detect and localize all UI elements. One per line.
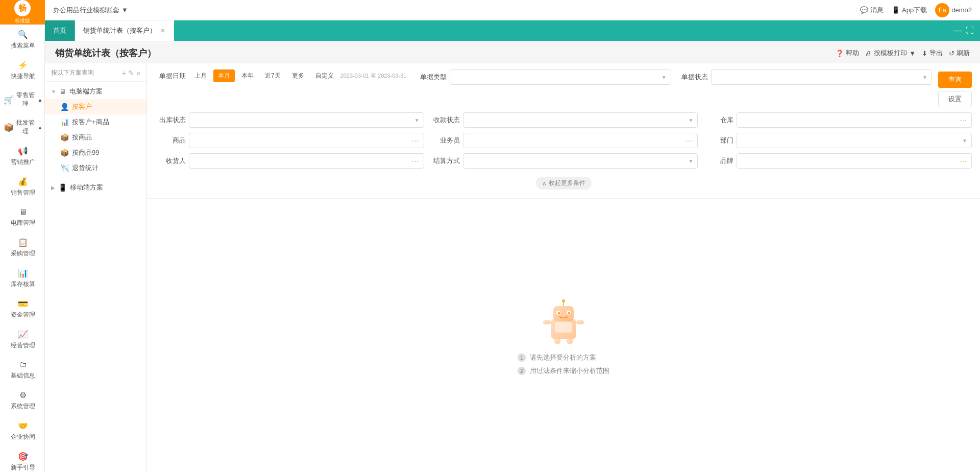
user-profile[interactable]: Ea demo2 bbox=[935, 3, 972, 17]
out-status-dropdown-arrow: ▼ bbox=[414, 117, 420, 123]
sidebar-item-finance[interactable]: 💳 资金管理 bbox=[0, 294, 45, 324]
sidebar-item-search[interactable]: 🔍 搜索菜单 bbox=[0, 25, 45, 55]
sidebar-item-retail[interactable]: 🛒 零售管理 ▲ bbox=[0, 86, 45, 113]
sidebar-item-enterprise[interactable]: 🤝 企业协同 bbox=[0, 416, 45, 446]
salesman-label: 业务员 bbox=[429, 136, 460, 145]
receiver-cell: 收货人 ··· bbox=[155, 153, 424, 169]
customer-goods-icon: 📊 bbox=[60, 118, 69, 126]
message-btn[interactable]: 💬 消息 bbox=[860, 6, 884, 15]
pc-group-label: 电脑端方案 bbox=[69, 87, 103, 96]
svg-rect-10 bbox=[554, 338, 560, 344]
sidebar-item-sales[interactable]: 💰 销售管理 bbox=[0, 172, 45, 202]
collapse-button[interactable]: ∧ 收起更多条件 bbox=[536, 177, 592, 190]
collapse-panel-icon[interactable]: « bbox=[136, 69, 140, 77]
user-name: demo2 bbox=[951, 6, 972, 14]
order-type-select[interactable]: ▼ bbox=[450, 69, 671, 85]
message-label: 消息 bbox=[870, 6, 884, 15]
tab-home[interactable]: 首页 bbox=[45, 20, 75, 41]
scheme-by-customer[interactable]: 👤 按客户 bbox=[45, 99, 146, 114]
tab-minimize-icon[interactable]: — bbox=[953, 26, 962, 35]
scheme-returns-label: 退货统计 bbox=[72, 163, 99, 173]
tab-sales-stats[interactable]: 销货单统计表（按客户） ✕ bbox=[75, 20, 174, 41]
scheme-by-customer-goods[interactable]: 📊 按客户+商品 bbox=[45, 114, 146, 130]
goods-label: 商品 bbox=[155, 136, 186, 145]
receiver-label: 收货人 bbox=[155, 156, 186, 166]
left-panel-title: 按以下方案查询 bbox=[51, 68, 94, 77]
avatar: Ea bbox=[935, 3, 949, 17]
collect-status-select[interactable]: ▼ bbox=[463, 112, 698, 128]
sidebar-item-quick[interactable]: ⚡ 快捷导航 bbox=[0, 55, 45, 86]
sidebar-item-system[interactable]: ⚙ 系统管理 bbox=[0, 385, 45, 416]
scheme-group-mobile-header[interactable]: ▶ 📱 移动端方案 bbox=[45, 180, 146, 195]
settlement-select[interactable]: ▼ bbox=[463, 153, 698, 169]
sidebar-logo: 畅 标准版 bbox=[0, 0, 45, 25]
customer-icon: 👤 bbox=[60, 103, 69, 111]
date-more-btn[interactable]: 更多 bbox=[287, 69, 309, 82]
sidebar-item-wholesale[interactable]: 📦 批发管理 ▲ bbox=[0, 113, 45, 141]
app-download-btn[interactable]: 📱 App下载 bbox=[892, 6, 927, 15]
sidebar-item-inventory[interactable]: 📊 库存核算 bbox=[0, 263, 45, 294]
sidebar-item-marketing[interactable]: 📢 营销推广 bbox=[0, 141, 45, 172]
salesman-select[interactable]: ··· bbox=[463, 133, 698, 148]
header-left: 办公用品行业模拟账套 ▼ bbox=[53, 6, 128, 15]
receiver-select[interactable]: ··· bbox=[189, 153, 424, 169]
settings-button[interactable]: 设置 bbox=[938, 91, 972, 107]
department-cell: 部门 ▼ bbox=[703, 133, 972, 148]
message-icon: 💬 bbox=[860, 6, 868, 14]
export-btn[interactable]: ⬇ 导出 bbox=[922, 49, 943, 58]
brand-label: 品牌 bbox=[703, 156, 733, 166]
refresh-btn[interactable]: ↺ 刷新 bbox=[949, 49, 970, 58]
right-content: 单据日期 上月 本月 本年 近7天 更多 自定义 2023-03-01 至 20… bbox=[147, 63, 980, 472]
scheme-group-mobile: ▶ 📱 移动端方案 bbox=[45, 178, 146, 197]
warehouse-select[interactable]: ··· bbox=[737, 112, 972, 128]
warehouse-label: 仓库 bbox=[703, 115, 733, 125]
page-header: 销货单统计表（按客户） ❓ 帮助 🖨 按模板打印 ▼ ⬇ 导出 ↺ 刷新 bbox=[45, 41, 980, 63]
out-status-select[interactable]: ▼ bbox=[189, 112, 424, 128]
sidebar-item-purchase[interactable]: 📋 采购管理 bbox=[0, 232, 45, 263]
query-button[interactable]: 查询 bbox=[938, 72, 972, 88]
department-select[interactable]: ▼ bbox=[737, 133, 972, 148]
empty-tips: 1 请先选择要分析的方案 2 用过滤条件来缩小分析范围 bbox=[518, 353, 609, 375]
goods-cell: 商品 ··· bbox=[155, 133, 424, 148]
sidebar-inventory-label: 库存核算 bbox=[11, 280, 35, 289]
sidebar-item-biz[interactable]: 📈 经营管理 bbox=[0, 324, 45, 355]
dropdown-arrow-icon: ▼ bbox=[121, 6, 128, 14]
scheme-returns[interactable]: 📉 退货统计 bbox=[45, 160, 146, 176]
scheme-by-goods[interactable]: 📦 按商品 bbox=[45, 130, 146, 145]
date-this-month-btn[interactable]: 本月 bbox=[213, 69, 235, 82]
sidebar-item-newbie[interactable]: 🎯 新手引导 bbox=[0, 446, 45, 472]
add-scheme-icon[interactable]: + bbox=[122, 69, 126, 77]
date-last-month-btn[interactable]: 上月 bbox=[190, 69, 211, 82]
sidebar-item-ecom[interactable]: 🖥 电商管理 bbox=[0, 202, 45, 232]
date-last7-btn[interactable]: 近7天 bbox=[260, 69, 285, 82]
goods-select[interactable]: ··· bbox=[189, 133, 424, 148]
refresh-label: 刷新 bbox=[957, 49, 970, 58]
date-custom-btn[interactable]: 自定义 bbox=[311, 69, 338, 82]
tab-maximize-icon[interactable]: ⛶ bbox=[966, 26, 974, 35]
svg-rect-1 bbox=[553, 306, 574, 321]
sidebar-enterprise-label: 企业协同 bbox=[11, 433, 35, 441]
sidebar-basic-label: 基础信息 bbox=[11, 371, 35, 380]
header-right: 💬 消息 📱 App下载 Ea demo2 bbox=[860, 3, 972, 17]
template-print-btn[interactable]: 🖨 按模板打印 ▼ bbox=[865, 49, 916, 58]
tab-home-label: 首页 bbox=[53, 26, 66, 35]
date-this-year-btn[interactable]: 本年 bbox=[237, 69, 258, 82]
tab-close-icon[interactable]: ✕ bbox=[160, 27, 165, 34]
logo-text: 标准版 bbox=[15, 17, 30, 25]
help-btn[interactable]: ❓ 帮助 bbox=[836, 49, 859, 58]
purchase-nav-icon: 📋 bbox=[18, 238, 28, 247]
order-status-select[interactable]: ▼ bbox=[711, 69, 932, 85]
scheme-group-pc-header[interactable]: ▼ 🖥 电脑端方案 bbox=[45, 84, 146, 99]
brand-select[interactable]: ··· bbox=[737, 153, 972, 169]
sidebar-wholesale-label: 批发管理 bbox=[15, 119, 37, 136]
order-status-dropdown-arrow: ▼ bbox=[922, 75, 927, 80]
wholesale-arrow-icon: ▲ bbox=[38, 125, 43, 130]
app-name-dropdown[interactable]: 办公用品行业模拟账套 ▼ bbox=[53, 6, 128, 15]
edit-scheme-icon[interactable]: ✎ bbox=[128, 69, 134, 77]
page-content: 销货单统计表（按客户） ❓ 帮助 🖨 按模板打印 ▼ ⬇ 导出 ↺ 刷新 bbox=[45, 41, 980, 472]
empty-illustration bbox=[538, 296, 589, 347]
scheme-by-goods99[interactable]: 📦 按商品99 bbox=[45, 145, 146, 160]
sidebar-search-label: 搜索菜单 bbox=[11, 41, 35, 50]
sidebar-item-basic[interactable]: 🗂 基础信息 bbox=[0, 355, 45, 385]
help-label: 帮助 bbox=[846, 49, 859, 58]
